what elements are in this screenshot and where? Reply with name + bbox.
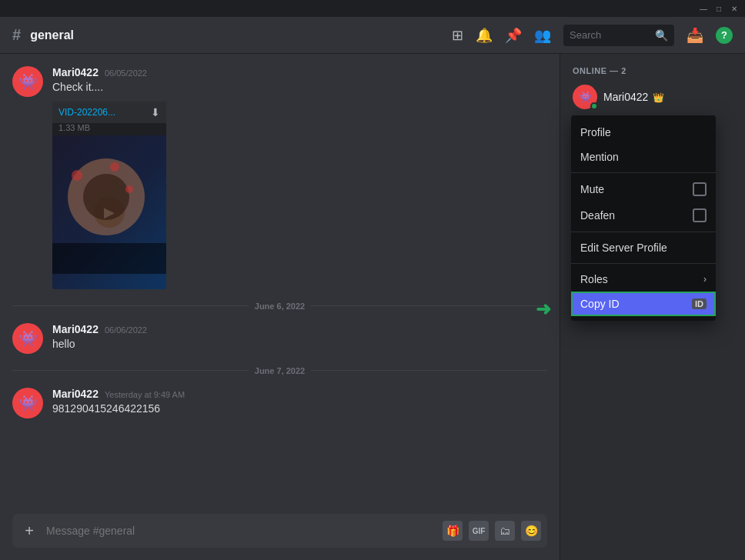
message-content: Mari0422 Yesterday at 9:49 AM 9812904152… — [52, 388, 547, 418]
gift-icon[interactable]: 🎁 — [443, 521, 463, 541]
context-menu: Profile Mention Mute Deafen Edit Server … — [571, 115, 716, 321]
date-line-right — [311, 305, 547, 306]
gif-icon[interactable]: GIF — [469, 521, 489, 541]
message-username: Mari0422 — [52, 323, 99, 335]
add-attachment-button[interactable]: + — [18, 520, 40, 542]
message-input-bar: + 🎁 GIF 🗂 😊 — [0, 514, 560, 560]
pinned-icon[interactable]: 📌 — [505, 27, 522, 44]
date-separator: June 6, 2022 — [12, 302, 547, 311]
emoji-icon[interactable]: 😊 — [521, 521, 541, 541]
message-input[interactable] — [46, 525, 436, 537]
video-attachment: VID-202206... ⬇ 1.33 MB ▶ — [52, 102, 166, 289]
context-menu-roles[interactable]: Roles › — [571, 267, 716, 292]
context-menu-mute[interactable]: Mute — [571, 176, 716, 202]
threads-icon[interactable]: ⊞ — [452, 27, 463, 44]
channel-name: general — [30, 28, 74, 42]
member-avatar: 👾 — [573, 85, 597, 109]
close-button[interactable]: ✕ — [730, 4, 739, 13]
sticker-icon[interactable]: 🗂 — [495, 521, 515, 541]
inbox-icon[interactable]: 📥 — [687, 27, 703, 44]
members-section-header: ONLINE — 2 — [566, 66, 739, 82]
channel-hash-icon: # — [12, 26, 21, 44]
context-menu-deafen[interactable]: Deafen — [571, 202, 716, 228]
message-timestamp: 06/05/2022 — [105, 68, 147, 78]
message-text: Check it.... — [52, 80, 547, 95]
context-menu-copy-id[interactable]: Copy ID ID — [571, 292, 716, 316]
video-filename: VID-202206... — [58, 107, 115, 118]
message-header: Mari0422 06/06/2022 — [52, 323, 547, 335]
message-content: Mari0422 06/06/2022 hello — [52, 323, 547, 354]
online-status-dot — [590, 102, 598, 110]
avatar: 👾 — [12, 323, 43, 354]
chat-area: 👾 Mari0422 06/05/2022 Check it.... VID-2… — [0, 54, 560, 560]
mute-checkbox — [693, 182, 707, 196]
member-name: Mari0422 👑 — [603, 91, 664, 103]
chevron-right-icon: › — [703, 274, 707, 285]
download-icon[interactable]: ⬇ — [151, 106, 160, 118]
header-icons: ⊞ 🔔 📌 👥 Search 🔍 📥 ? — [452, 25, 733, 46]
date-line-right — [311, 370, 547, 371]
date-line-left — [12, 305, 249, 306]
date-label: June 7, 2022 — [255, 366, 305, 375]
context-menu-profile[interactable]: Profile — [571, 120, 716, 145]
date-label: June 6, 2022 — [255, 302, 305, 311]
message-text: 981290415246422156 — [52, 402, 547, 417]
context-menu-mention[interactable]: Mention — [571, 145, 716, 169]
member-item[interactable]: 👾 Mari0422 👑 — [566, 82, 739, 112]
date-line-left — [12, 370, 249, 371]
members-icon[interactable]: 👥 — [534, 27, 551, 44]
video-filesize: 1.33 MB — [52, 123, 166, 135]
message-group: 👾 Mari0422 06/06/2022 hello — [12, 323, 547, 354]
message-header: Mari0422 06/05/2022 — [52, 66, 547, 78]
message-timestamp: Yesterday at 9:49 AM — [105, 390, 185, 399]
message-text: hello — [52, 337, 547, 352]
message-timestamp: 06/06/2022 — [105, 325, 147, 335]
help-icon[interactable]: ? — [716, 27, 733, 44]
search-icon: 🔍 — [655, 29, 668, 42]
video-header: VID-202206... ⬇ — [52, 102, 166, 123]
messages-container: 👾 Mari0422 06/05/2022 Check it.... VID-2… — [0, 54, 560, 514]
crown-icon: 👑 — [653, 92, 664, 103]
notifications-icon[interactable]: 🔔 — [476, 27, 493, 44]
message-username: Mari0422 — [52, 388, 99, 400]
message-username: Mari0422 — [52, 66, 99, 78]
context-menu-divider — [571, 172, 716, 173]
titlebar: — □ ✕ — [0, 0, 745, 17]
arrow-indicator: ➜ — [536, 298, 551, 320]
minimize-button[interactable]: — — [699, 4, 708, 13]
input-actions: 🎁 GIF 🗂 😊 — [443, 521, 541, 541]
maximize-button[interactable]: □ — [714, 4, 723, 13]
channel-header: # general ⊞ 🔔 📌 👥 Search 🔍 📥 ? — [0, 17, 745, 54]
message-content: Mari0422 06/05/2022 Check it.... VID-202… — [52, 66, 547, 289]
message-input-wrapper: + 🎁 GIF 🗂 😊 — [12, 514, 547, 548]
message-header: Mari0422 Yesterday at 9:49 AM — [52, 388, 547, 400]
avatar: 👾 — [12, 66, 43, 97]
avatar: 👾 — [12, 388, 43, 418]
message-group: 👾 Mari0422 06/05/2022 Check it.... VID-2… — [12, 66, 547, 289]
video-thumbnail[interactable]: ▶ — [52, 135, 166, 289]
message-group: 👾 Mari0422 Yesterday at 9:49 AM 98129041… — [12, 388, 547, 418]
deafen-checkbox — [693, 208, 707, 222]
id-badge: ID — [692, 298, 707, 309]
date-separator: June 7, 2022 — [12, 366, 547, 375]
search-bar[interactable]: Search 🔍 — [563, 25, 674, 46]
context-menu-edit-server[interactable]: Edit Server Profile — [571, 235, 716, 260]
context-menu-divider — [571, 232, 716, 232]
context-menu-divider — [571, 263, 716, 264]
search-placeholder: Search — [570, 29, 652, 41]
